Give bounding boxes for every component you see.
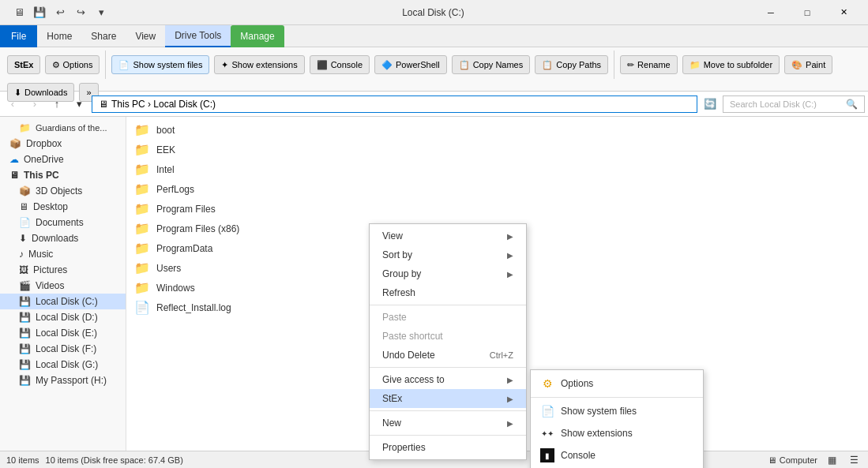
recent-locations-button[interactable]: ▾ [70, 95, 88, 114]
file-item-boot[interactable]: 📁 boot [130, 120, 865, 140]
ribbon-show-ext-btn[interactable]: ✦ Show extensions [214, 55, 304, 74]
menu-home[interactable]: Home [37, 25, 81, 47]
ctx-sortby-arrow: ▶ [507, 251, 513, 260]
paint-icon: 🎨 [791, 60, 802, 70]
sidebar-item-downloads[interactable]: ⬇ Downloads [0, 230, 126, 246]
ribbon-powershell-btn[interactable]: 🔷 PowerShell [374, 55, 447, 74]
folder-icon: 📁 [134, 260, 150, 275]
back-button[interactable]: ‹ [3, 95, 22, 114]
ctx-paste-shortcut[interactable]: Paste shortcut [370, 327, 526, 346]
menu-manage[interactable]: Manage [231, 25, 284, 47]
ribbon-copy-paths-btn[interactable]: 📋 Copy Paths [535, 55, 608, 74]
ctx-view[interactable]: View ▶ [370, 227, 526, 245]
folder-icon: 📁 [134, 182, 150, 197]
folder-icon: 📁 [134, 221, 150, 236]
quick-access-toolbar: 🖥 💾 ↩ ↪ ▾ [6, 3, 114, 22]
ribbon-rename-btn[interactable]: ✏ Rename [620, 55, 678, 74]
ribbon-paint-btn[interactable]: 🎨 Paint [784, 55, 832, 74]
ctx-groupby-arrow: ▶ [507, 270, 513, 279]
ctx-divider-2 [370, 367, 526, 368]
menu-file[interactable]: File [0, 25, 37, 47]
menu-view[interactable]: View [126, 25, 165, 47]
downloads-sidebar-icon: ⬇ [19, 233, 27, 244]
menu-drive-tools[interactable]: Drive Tools [165, 25, 231, 47]
thispc-icon: 🖥 [9, 170, 19, 181]
folder-icon: 📁 [19, 122, 31, 133]
sidebar-item-localg[interactable]: 💾 Local Disk (G:) [0, 357, 126, 373]
sidebar-item-videos[interactable]: 🎬 Videos [0, 278, 126, 294]
sidebar-item-locald[interactable]: 💾 Local Disk (D:) [0, 309, 126, 325]
title-bar: 🖥 💾 ↩ ↪ ▾ Local Disk (C:) ─ □ ✕ [0, 0, 868, 25]
view-icons-btn[interactable]: ▦ [824, 453, 840, 467]
submenu-console[interactable]: ▮ Console [531, 444, 703, 466]
dropbox-icon: 📦 [9, 138, 21, 149]
ribbon-console-btn[interactable]: ⬛ Console [310, 55, 370, 74]
ctx-view-arrow: ▶ [507, 232, 513, 241]
submenu-options[interactable]: ⚙ Options [531, 373, 703, 395]
ribbon-copy-names-btn[interactable]: 📋 Copy Names [452, 55, 531, 74]
ribbon-move-subfolder-btn[interactable]: 📁 Move to subfolder [682, 55, 780, 74]
menu-share[interactable]: Share [81, 25, 126, 47]
ctx-give-access[interactable]: Give access to ▶ [370, 370, 526, 389]
ribbon-options-btn[interactable]: ⚙ Options [45, 55, 100, 74]
quick-redo-btn[interactable]: ↪ [71, 3, 90, 22]
context-menu: View ▶ Sort by ▶ Group by ▶ Refresh Past… [369, 223, 527, 460]
ribbon-stex-btn[interactable]: StEx [7, 55, 40, 74]
sidebar-item-localf[interactable]: 💾 Local Disk (F:) [0, 341, 126, 357]
sidebar-item-localc[interactable]: 💾 Local Disk (C:) [0, 294, 126, 309]
ctx-properties[interactable]: Properties [370, 438, 526, 457]
locale-icon: 💾 [19, 328, 31, 339]
window-controls: ─ □ ✕ [753, 0, 862, 25]
sidebar-item-dropbox[interactable]: 📦 Dropbox [0, 136, 126, 152]
ctx-new[interactable]: New ▶ [370, 414, 526, 432]
folder-icon: 📁 [134, 122, 150, 137]
sidebar-item-3dobjects[interactable]: 📦 3D Objects [0, 183, 126, 199]
show-ext-icon: ✦ [221, 60, 228, 70]
sidebar-item-onedrive[interactable]: ☁ OneDrive [0, 152, 126, 167]
submenu-show-extensions[interactable]: ✦✦ Show extensions [531, 422, 703, 444]
status-items-count: 10 items [6, 455, 39, 465]
sidebar-item-pictures[interactable]: 🖼 Pictures [0, 262, 126, 278]
close-button[interactable]: ✕ [825, 0, 862, 25]
ctx-undo-delete[interactable]: Undo Delete Ctrl+Z [370, 346, 526, 365]
quick-undo-btn[interactable]: ↩ [51, 3, 70, 22]
stex-submenu: ⚙ Options 📄 Show system files ✦✦ Show ex… [530, 369, 704, 468]
forward-button[interactable]: › [25, 95, 44, 114]
ctx-groupby[interactable]: Group by ▶ [370, 264, 526, 283]
sidebar-item-locale[interactable]: 💾 Local Disk (E:) [0, 325, 126, 341]
file-doc-icon: 📄 [134, 300, 150, 315]
ctx-sortby[interactable]: Sort by ▶ [370, 245, 526, 264]
sidebar-item-guardians[interactable]: 📁 Guardians of the... [0, 120, 126, 136]
refresh-button[interactable]: 🔄 [701, 95, 720, 114]
menu-bar: File Home Share View Drive Tools Manage [0, 25, 868, 47]
desktop-icon: 🖥 [19, 201, 28, 212]
computer-label: Computer [780, 455, 817, 465]
search-box[interactable]: Search Local Disk (C:) 🔍 [723, 95, 865, 113]
sidebar-item-passport[interactable]: 💾 My Passport (H:) [0, 373, 126, 388]
file-item-perflogs[interactable]: 📁 PerfLogs [130, 179, 865, 199]
up-button[interactable]: ↑ [47, 95, 66, 114]
localf-icon: 💾 [19, 343, 31, 354]
ctx-paste[interactable]: Paste [370, 308, 526, 327]
submenu-show-system[interactable]: 📄 Show system files [531, 400, 703, 422]
ctx-undo-shortcut: Ctrl+Z [490, 350, 513, 360]
sidebar-item-thispc[interactable]: 🖥 This PC [0, 167, 126, 183]
sidebar-item-documents[interactable]: 📄 Documents [0, 215, 126, 230]
sidebar-item-desktop[interactable]: 🖥 Desktop [0, 199, 126, 215]
quick-down-btn[interactable]: ▾ [92, 3, 111, 22]
file-item-intel[interactable]: 📁 Intel [130, 159, 865, 179]
maximize-button[interactable]: □ [789, 0, 825, 25]
file-item-programfiles[interactable]: 📁 Program Files [130, 199, 865, 219]
ctx-refresh[interactable]: Refresh [370, 283, 526, 302]
ctx-stex[interactable]: StEx ▶ [370, 389, 526, 408]
minimize-button[interactable]: ─ [753, 0, 789, 25]
sidebar-item-music[interactable]: ♪ Music [0, 246, 126, 262]
folder-icon: 📁 [134, 241, 150, 256]
address-bar: ‹ › ↑ ▾ 🖥 This PC › Local Disk (C:) 🔄 Se… [0, 92, 868, 117]
ribbon-show-system-btn[interactable]: 📄 Show system files [111, 55, 209, 74]
powershell-icon: 🔷 [381, 60, 393, 70]
view-list-btn[interactable]: ☰ [846, 453, 862, 467]
file-item-eek[interactable]: 📁 EEK [130, 140, 865, 159]
quick-save-btn[interactable]: 💾 [30, 3, 49, 22]
address-input[interactable]: 🖥 This PC › Local Disk (C:) [92, 95, 697, 113]
